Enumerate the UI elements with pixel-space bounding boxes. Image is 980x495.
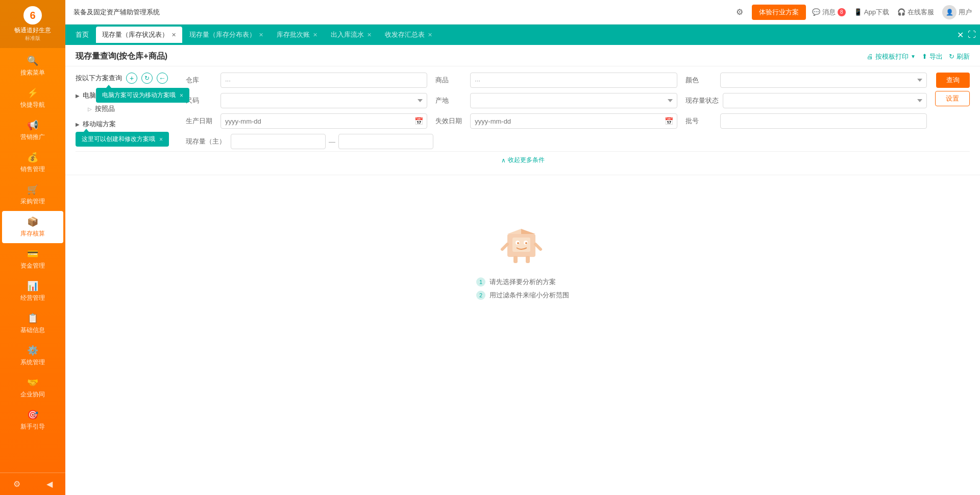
sidebar-bottom: ⚙ ◀	[0, 473, 65, 495]
sidebar-item-finance[interactable]: 💳 资金管理	[0, 243, 65, 275]
step-num-2: 2	[476, 291, 485, 300]
stock-status-select[interactable]	[723, 93, 927, 108]
template-print-button[interactable]: 🖨 按模板打印 ▼	[867, 52, 916, 61]
size-label: 尺码	[186, 96, 216, 105]
tab-close-receive-summary[interactable]: ✕	[428, 32, 432, 38]
sidebar-item-search[interactable]: 🔍 搜索菜单	[0, 50, 65, 82]
empty-step-2: 2 用过滤条件来缩小分析范围	[476, 291, 569, 300]
tooltip1-close-button[interactable]: ×	[180, 92, 183, 99]
goods-input[interactable]: ···	[470, 73, 677, 88]
tab-close-all-button[interactable]: ✕	[957, 30, 964, 40]
user-button[interactable]: 👤 用户	[942, 5, 972, 19]
messages-button[interactable]: 💬 消息 8	[812, 8, 846, 17]
basic-icon: 📋	[27, 313, 38, 324]
tooltip-create-scheme: 这里可以创建和修改方案哦 ×	[76, 132, 169, 147]
sidebar-item-system[interactable]: ⚙️ 系统管理	[0, 340, 65, 372]
sales-icon: 💰	[27, 152, 38, 163]
topbar-gear-icon[interactable]: ⚙	[733, 6, 746, 18]
tab-inventory-dist[interactable]: 现存量（库存分布表） ✕	[183, 27, 270, 43]
tab-close-batch-ledger[interactable]: ✕	[313, 32, 317, 38]
collapse-bar[interactable]: ∧ 收起更多条件	[76, 151, 970, 169]
prod-date-input[interactable]	[220, 113, 427, 129]
batch-no-input[interactable]	[720, 113, 927, 129]
tab-fullscreen-button[interactable]: ⛶	[968, 30, 976, 39]
tab-receive-summary[interactable]: 收发存汇总表 ✕	[379, 27, 438, 43]
topbar-right: 💬 消息 8 📱 App下载 🎧 在线客服 👤 用户	[812, 5, 972, 19]
sidebar-item-quicknav[interactable]: ⚡ 快捷导航	[0, 82, 65, 114]
sidebar-nav: 🔍 搜索菜单 ⚡ 快捷导航 📢 营销推广 💰 销售管理 🛒 采购管理 📦 库存核…	[0, 50, 65, 473]
sidebar-item-label: 企业协同	[20, 390, 45, 399]
color-label: 颜色	[685, 76, 716, 85]
refresh-button[interactable]: ↻ 刷新	[949, 52, 970, 61]
sidebar-item-sales[interactable]: 💰 销售管理	[0, 147, 65, 179]
sidebar-item-label: 销售管理	[20, 165, 45, 174]
refresh-scheme-button[interactable]: ↻	[141, 73, 153, 84]
sidebar-item-label: 采购管理	[20, 197, 45, 206]
page-actions: 🖨 按模板打印 ▼ ⬆ 导出 ↻ 刷新	[867, 52, 970, 61]
warehouse-input[interactable]: ···	[220, 73, 427, 88]
stock-main-label: 现存量（主）	[186, 137, 227, 146]
sidebar-item-collab[interactable]: 🤝 企业协同	[0, 372, 65, 404]
filter-prod-date: 生产日期 📅	[186, 113, 427, 129]
back-scheme-button[interactable]: ←	[157, 73, 168, 84]
filter-stock-status: 现存量状态	[685, 93, 927, 108]
tooltip2-close-button[interactable]: ×	[159, 136, 163, 143]
warehouse-label: 仓库	[186, 76, 216, 85]
app-download-button[interactable]: 📱 App下载	[854, 8, 889, 17]
stock-main-from[interactable]	[231, 134, 326, 149]
tab-close-inventory-status[interactable]: ✕	[172, 32, 176, 38]
sidebar-item-inventory[interactable]: 📦 库存核算	[2, 211, 63, 243]
empty-steps: 1 请先选择要分析的方案 2 用过滤条件来缩小分析范围	[476, 277, 569, 300]
scheme-item-by-goods[interactable]: ▷ 按照品	[76, 102, 178, 115]
empty-state: 1 请先选择要分析的方案 2 用过滤条件来缩小分析范围	[65, 175, 980, 320]
sidebar-logo: 6 畅通道好生意 标准版	[0, 0, 65, 48]
topbar: 装备及固定资产辅助管理系统 ⚙ 体验行业方案 💬 消息 8 📱 App下载 🎧 …	[65, 0, 980, 25]
settings-button[interactable]: ⚙	[11, 477, 22, 491]
main-content: 装备及固定资产辅助管理系统 ⚙ 体验行业方案 💬 消息 8 📱 App下载 🎧 …	[65, 0, 980, 495]
size-select[interactable]	[220, 93, 427, 108]
sidebar-item-label: 系统管理	[20, 358, 45, 367]
add-scheme-button[interactable]: +	[126, 73, 137, 84]
search-icon: 🔍	[27, 55, 38, 66]
filter-area: 按以下方案查询 + ↻ ← ▶ 电脑端方案 ▷ 按照品	[65, 66, 980, 175]
chevron-up-icon: ∧	[501, 157, 506, 164]
tab-close-inventory-dist[interactable]: ✕	[259, 32, 263, 38]
export-button[interactable]: ⬆ 导出	[922, 52, 943, 61]
scheme-item-mobile[interactable]: ▶ 移动端方案	[76, 117, 178, 131]
sidebar-item-guide[interactable]: 🎯 新手引导	[0, 404, 65, 436]
stock-main-to[interactable]	[338, 134, 433, 149]
avatar: 👤	[942, 5, 957, 19]
expiry-date-input[interactable]	[470, 113, 677, 129]
tab-close-inout-flow[interactable]: ✕	[367, 32, 372, 38]
tab-inout-flow[interactable]: 出入库流水 ✕	[325, 27, 378, 43]
svg-rect-6	[513, 256, 518, 263]
filter-color: 颜色	[685, 73, 927, 88]
filter-label-row: 按以下方案查询 + ↻ ←	[76, 73, 178, 84]
sidebar-item-operation[interactable]: 📊 经营管理	[0, 275, 65, 308]
filter-expiry-date: 失效日期 📅	[435, 113, 677, 129]
origin-select[interactable]	[470, 93, 677, 108]
tab-batch-ledger[interactable]: 库存批次账 ✕	[271, 27, 324, 43]
prod-date-label: 生产日期	[186, 116, 216, 126]
page-header: 现存量查询(按仓库+商品) 🖨 按模板打印 ▼ ⬆ 导出 ↻ 刷新	[65, 45, 980, 66]
stock-main-range: —	[231, 134, 433, 149]
filter-actions: 查询 设置	[935, 73, 970, 106]
sidebar-item-basic[interactable]: 📋 基础信息	[0, 308, 65, 340]
tab-home[interactable]: 首页	[69, 27, 95, 43]
reset-button[interactable]: 设置	[935, 91, 970, 106]
online-support-button[interactable]: 🎧 在线客服	[897, 8, 934, 17]
solution-button[interactable]: 体验行业方案	[752, 5, 806, 20]
color-select[interactable]	[720, 73, 927, 88]
operation-icon: 📊	[27, 280, 38, 292]
prod-date-wrap: 📅	[220, 113, 427, 129]
sidebar-item-marketing[interactable]: 📢 营销推广	[0, 114, 65, 147]
collapse-sidebar-button[interactable]: ◀	[44, 477, 55, 491]
sidebar-item-purchase[interactable]: 🛒 采购管理	[0, 179, 65, 211]
tab-inventory-status[interactable]: 现存量（库存状况表） ✕	[96, 27, 182, 43]
empty-step-1: 1 请先选择要分析的方案	[476, 277, 569, 287]
system-title: 装备及固定资产辅助管理系统	[74, 8, 727, 17]
sidebar-item-label: 基础信息	[20, 326, 45, 335]
query-button[interactable]: 查询	[936, 73, 970, 88]
logo-text: 畅通道好生意	[14, 27, 51, 35]
expiry-date-wrap: 📅	[470, 113, 677, 129]
